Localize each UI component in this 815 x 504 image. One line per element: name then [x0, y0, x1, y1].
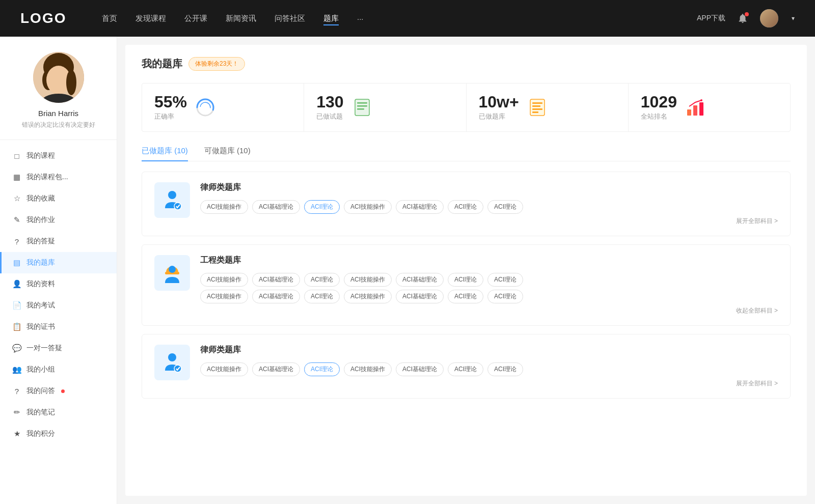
bank-2-tag-r1-2[interactable]: ACI基础理论 — [252, 273, 300, 287]
group-icon: 👥 — [12, 365, 21, 374]
tab-done[interactable]: 已做题库 (10) — [142, 146, 188, 161]
sidebar-item-course-package[interactable]: ▦ 我的课程包... — [0, 166, 117, 188]
bank-3-tag-2[interactable]: ACI基础理论 — [252, 362, 300, 376]
profile-motto: 错误的决定比没有决定要好 — [22, 121, 95, 129]
bank-1-tag-4[interactable]: ACI技能操作 — [344, 200, 392, 214]
svg-point-26 — [168, 353, 176, 361]
bank-card-2-tags-row1: ACI技能操作 ACI基础理论 ACI理论 ACI技能操作 ACI基础理论 AC… — [200, 273, 778, 287]
tabs-row: 已做题库 (10) 可做题库 (10) — [142, 146, 791, 161]
chevron-down-icon[interactable]: ▾ — [792, 15, 795, 22]
tab-available[interactable]: 可做题库 (10) — [204, 146, 251, 161]
sidebar-item-course[interactable]: □ 我的课程 — [0, 145, 117, 166]
avatar[interactable] — [760, 9, 778, 27]
notification-icon[interactable] — [736, 11, 750, 25]
bank-1-tag-6[interactable]: ACI理论 — [448, 200, 483, 214]
bank-2-tag-r1-6[interactable]: ACI理论 — [448, 273, 483, 287]
rank-label: 全站排名 — [641, 112, 677, 121]
bank-2-tag-r1-3[interactable]: ACI理论 — [304, 273, 340, 287]
certificate-icon: 📋 — [12, 322, 21, 331]
qa-notification-dot — [61, 389, 65, 393]
header: LOGO 首页 发现课程 公开课 新闻资讯 问答社区 题库 ··· APP下载 … — [0, 0, 815, 37]
nav-home[interactable]: 首页 — [102, 12, 117, 25]
nav-news[interactable]: 新闻资讯 — [226, 12, 256, 25]
sidebar-item-one-on-one[interactable]: 💬 一对一答疑 — [0, 338, 117, 359]
bank-2-tag-r2-4[interactable]: ACI技能操作 — [344, 290, 392, 303]
avatar-image — [760, 9, 778, 27]
bank-3-tag-5[interactable]: ACI基础理论 — [396, 362, 444, 376]
logo: LOGO — [20, 10, 71, 26]
sidebar-item-notes[interactable]: ✏ 我的笔记 — [0, 402, 117, 423]
sidebar-item-exam[interactable]: 📄 我的考试 — [0, 295, 117, 316]
bank-icon: ▤ — [12, 258, 21, 267]
lawyer-icon — [161, 189, 183, 211]
bank-2-collapse-link[interactable]: 收起全部科目 > — [200, 306, 778, 315]
svg-rect-11 — [357, 105, 367, 107]
bank-2-tag-r2-7[interactable]: ACI理论 — [487, 290, 523, 303]
page-header: 我的题库 体验剩余23天！ — [142, 57, 791, 71]
stat-done-banks: 10w+ 已做题库 — [467, 83, 629, 131]
question-icon: ? — [12, 237, 21, 246]
bank-card-1-title: 律师类题库 — [200, 182, 778, 193]
svg-rect-10 — [357, 102, 367, 104]
rank-icon — [685, 97, 705, 118]
bank-2-tag-r2-1[interactable]: ACI技能操作 — [200, 290, 248, 303]
nav-discover[interactable]: 发现课程 — [135, 12, 166, 25]
svg-rect-17 — [532, 111, 538, 113]
notification-dot — [745, 12, 749, 16]
bank-2-tag-r1-5[interactable]: ACI基础理论 — [396, 273, 444, 287]
bank-2-tag-r1-4[interactable]: ACI技能操作 — [344, 273, 392, 287]
bank-2-tag-r2-2[interactable]: ACI基础理论 — [252, 290, 300, 303]
bank-2-tag-r2-5[interactable]: ACI基础理论 — [396, 290, 444, 303]
lawyer-icon-3 — [161, 351, 183, 374]
bank-1-tag-1[interactable]: ACI技能操作 — [200, 200, 248, 214]
svg-point-27 — [174, 365, 181, 372]
bank-3-expand-link[interactable]: 展开全部科目 > — [200, 379, 778, 388]
bank-3-tag-7[interactable]: ACI理论 — [487, 362, 523, 376]
accuracy-value: 55% — [154, 94, 187, 110]
nav-qa[interactable]: 问答社区 — [275, 12, 305, 25]
nav-question-bank[interactable]: 题库 — [323, 12, 339, 25]
bank-2-tag-r2-6[interactable]: ACI理论 — [448, 290, 483, 303]
bank-3-tag-3[interactable]: ACI理论 — [304, 362, 340, 376]
sidebar-item-materials[interactable]: 👤 我的资料 — [0, 273, 117, 295]
sidebar-item-favorites[interactable]: ☆ 我的收藏 — [0, 188, 117, 209]
bank-card-2-tags-row2: ACI技能操作 ACI基础理论 ACI理论 ACI技能操作 ACI基础理论 AC… — [200, 290, 778, 303]
nav-open-course[interactable]: 公开课 — [184, 12, 207, 25]
bank-1-expand-link[interactable]: 展开全部科目 > — [200, 217, 778, 226]
app-download-button[interactable]: APP下载 — [697, 14, 725, 23]
nav: 首页 发现课程 公开课 新闻资讯 问答社区 题库 ··· — [102, 12, 697, 25]
trial-badge: 体验剩余23天！ — [188, 57, 245, 71]
bank-3-tag-1[interactable]: ACI技能操作 — [200, 362, 248, 376]
bank-1-tag-5[interactable]: ACI基础理论 — [396, 200, 444, 214]
sidebar-item-my-qa[interactable]: ? 我的问答 — [0, 380, 117, 402]
sidebar-item-qa[interactable]: ? 我的答疑 — [0, 231, 117, 252]
bank-2-tag-r2-3[interactable]: ACI理论 — [304, 290, 340, 303]
done-banks-icon — [527, 97, 548, 118]
bank-1-tag-7[interactable]: ACI理论 — [487, 200, 523, 214]
bank-2-tag-r1-1[interactable]: ACI技能操作 — [200, 273, 248, 287]
done-questions-icon — [352, 97, 372, 118]
sidebar-item-homework[interactable]: ✎ 我的作业 — [0, 209, 117, 231]
bank-2-tag-r1-7[interactable]: ACI理论 — [487, 273, 523, 287]
sidebar-item-points[interactable]: ★ 我的积分 — [0, 423, 117, 444]
bank-3-tag-4[interactable]: ACI技能操作 — [344, 362, 392, 376]
svg-point-22 — [168, 191, 176, 199]
done-banks-label: 已做题库 — [479, 112, 519, 121]
one-on-one-icon: 💬 — [12, 344, 21, 353]
sidebar-item-group[interactable]: 👥 我的小组 — [0, 359, 117, 380]
nav-more[interactable]: ··· — [357, 12, 364, 25]
svg-rect-13 — [530, 99, 545, 116]
sidebar-item-certificate[interactable]: 📋 我的证书 — [0, 316, 117, 338]
homework-icon: ✎ — [12, 215, 21, 225]
svg-point-5 — [66, 70, 76, 95]
bank-1-tag-2[interactable]: ACI基础理论 — [252, 200, 300, 214]
svg-rect-18 — [687, 109, 691, 116]
bank-3-tag-6[interactable]: ACI理论 — [448, 362, 483, 376]
svg-rect-12 — [357, 108, 364, 110]
sidebar-item-question-bank[interactable]: ▤ 我的题库 — [0, 252, 117, 273]
lawyer-icon-wrap-3 — [154, 345, 190, 380]
sidebar-menu: □ 我的课程 ▦ 我的课程包... ☆ 我的收藏 ✎ 我的作业 ? 我的答疑 ▤… — [0, 140, 117, 444]
bank-card-3-title: 律师类题库 — [200, 345, 778, 355]
bank-1-tag-3[interactable]: ACI理论 — [304, 200, 340, 214]
stats-row: 55% 正确率 130 已做试题 — [142, 83, 791, 132]
